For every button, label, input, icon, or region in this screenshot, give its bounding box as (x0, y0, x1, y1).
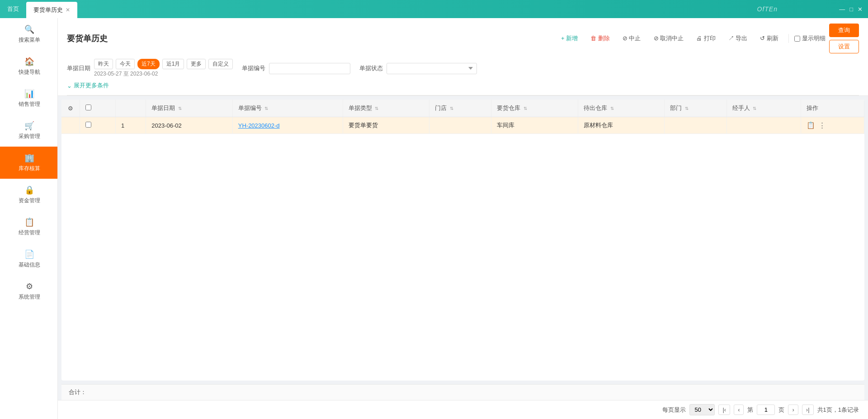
purchase-mgmt-icon: 🛒 (24, 121, 34, 131)
th-doc-no[interactable]: 单据编号 ⇅ (232, 100, 343, 117)
doc-status-select[interactable] (387, 63, 477, 74)
total-info: 共1页，1条记录 (817, 406, 859, 414)
last-page-button[interactable]: ›| (802, 405, 814, 415)
sidebar-item-sys-mgmt[interactable]: ⚙ 系统管理 (0, 275, 57, 307)
inventory-icon: 🏢 (24, 153, 34, 163)
sidebar-item-basic-info[interactable]: 📄 基础信息 (0, 243, 57, 275)
date-btn-yesterday[interactable]: 昨天 (94, 59, 113, 69)
table-header: ⚙ 单据日期 ⇅ 单据编号 ⇅ 单据类型 ⇅ (61, 100, 864, 117)
sum-label: 合计： (69, 388, 86, 396)
tab-home[interactable]: 首页 (0, 0, 26, 18)
row-store-cell (429, 117, 491, 134)
filter-action-buttons: 查询 设置 (829, 24, 859, 53)
sidebar: 🔍 搜索菜单 🏠 快捷导航 📊 销售管理 🛒 采购管理 🏢 库存核算 🔒 资金管… (0, 18, 58, 419)
setting-button[interactable]: 设置 (829, 40, 859, 53)
row-checkbox[interactable] (85, 122, 91, 128)
date-btn-7days[interactable]: 近7天 (137, 59, 160, 69)
sidebar-item-finance-mgmt[interactable]: 🔒 资金管理 (0, 179, 57, 211)
export-button[interactable]: ↗ 导出 (724, 32, 752, 45)
th-doc-date-label: 单据日期 (151, 105, 175, 111)
row-index-cell: 1 (115, 117, 146, 134)
close-icon[interactable]: ✕ (858, 6, 863, 13)
sidebar-item-quick-nav[interactable]: 🏠 快捷导航 (0, 50, 57, 82)
th-handler-label: 经手人 (732, 105, 750, 111)
page-number-input[interactable] (757, 405, 775, 415)
print-button[interactable]: 🖨 打印 (692, 32, 720, 45)
per-page-select[interactable]: 50 20 100 (689, 404, 715, 415)
date-filter-options: 昨天 今天 近7天 近1月 更多 自定义 2023-05-27 至 2023-0… (94, 59, 233, 78)
row-more-icon[interactable]: ⋮ (819, 121, 826, 129)
filter-row: 单据日期 昨天 今天 近7天 近1月 更多 自定义 2023-05-27 至 2… (67, 59, 859, 78)
date-btn-custom[interactable]: 自定义 (208, 59, 233, 69)
th-handler[interactable]: 经手人 ⇅ (726, 100, 801, 117)
date-btn-today[interactable]: 今天 (116, 59, 135, 69)
new-button[interactable]: + 新增 (557, 32, 582, 45)
th-store[interactable]: 门店 ⇅ (429, 100, 491, 117)
sidebar-item-inventory[interactable]: 🏢 库存核算 (0, 147, 57, 179)
table-footer: 合计： (61, 384, 864, 400)
show-detail-checkbox[interactable]: 显示明细 (794, 34, 826, 43)
requisition-table: ⚙ 单据日期 ⇅ 单据编号 ⇅ 单据类型 ⇅ (61, 100, 864, 134)
th-settings[interactable]: ⚙ (61, 100, 80, 117)
doc-no-input[interactable] (269, 63, 350, 74)
th-doc-no-label: 单据编号 (238, 105, 262, 111)
sidebar-item-sales-mgmt[interactable]: 📊 销售管理 (0, 82, 57, 114)
sidebar-finance-mgmt-label: 资金管理 (19, 197, 40, 205)
query-button[interactable]: 查询 (829, 24, 859, 37)
date-btn-more[interactable]: 更多 (187, 59, 206, 69)
table-area: ⚙ 单据日期 ⇅ 单据编号 ⇅ 单据类型 ⇅ (61, 100, 864, 381)
stop-button[interactable]: ⊘ 中止 (618, 32, 646, 45)
row-actions-cell: 📋 ⋮ (801, 117, 864, 134)
th-doc-date[interactable]: 单据日期 ⇅ (146, 100, 232, 117)
maximize-icon[interactable]: □ (849, 6, 853, 13)
date-filter-group: 单据日期 昨天 今天 近7天 近1月 更多 自定义 2023-05-27 至 2… (67, 59, 233, 78)
row-doc-no-cell[interactable]: YH-20230602-d (232, 117, 343, 134)
sort-pending-warehouse-icon: ⇅ (610, 106, 614, 111)
basic-info-icon: 📄 (24, 249, 34, 259)
sort-doc-date-icon: ⇅ (178, 106, 182, 111)
sidebar-sys-mgmt-label: 系统管理 (19, 293, 40, 301)
cancel-stop-button[interactable]: ⊘ 取消中止 (649, 32, 689, 45)
sort-doc-type-icon: ⇅ (375, 106, 378, 111)
sidebar-ops-mgmt-label: 经营管理 (19, 229, 40, 237)
toolbar: + 新增 🗑 删除 ⊘ 中止 ⊘ 取消中止 🖨 打印 ↗ 导出 ↺ 刷新 显示明… (557, 24, 859, 59)
sort-department-icon: ⇅ (685, 106, 689, 111)
row-edit-icon[interactable]: 📋 (807, 121, 815, 129)
quick-nav-icon: 🏠 (24, 57, 34, 67)
first-page-button[interactable]: |‹ (718, 405, 730, 415)
th-req-warehouse-label: 要货仓库 (497, 105, 520, 111)
show-detail-input[interactable] (794, 36, 800, 42)
page-header: 要货单历史 + 新增 🗑 删除 ⊘ 中止 ⊘ 取消中止 🖨 打印 ↗ 导出 ↺ … (58, 18, 868, 96)
minimize-icon[interactable]: — (839, 6, 845, 13)
sort-req-warehouse-icon: ⇅ (524, 106, 527, 111)
th-req-warehouse[interactable]: 要货仓库 ⇅ (491, 100, 578, 117)
next-page-button[interactable]: › (788, 405, 798, 415)
sort-doc-no-icon: ⇅ (264, 106, 268, 111)
th-pending-warehouse[interactable]: 待出仓库 ⇅ (578, 100, 664, 117)
sidebar-item-ops-mgmt[interactable]: 📋 经营管理 (0, 211, 57, 243)
delete-button[interactable]: 🗑 删除 (586, 32, 614, 45)
prev-page-button[interactable]: ‹ (734, 405, 744, 415)
finance-mgmt-icon: 🔒 (24, 185, 34, 195)
sidebar-item-search-menu[interactable]: 🔍 搜索菜单 (0, 18, 57, 50)
date-btn-1month[interactable]: 近1月 (162, 59, 184, 69)
expand-more-label: 展开更多条件 (74, 81, 109, 90)
tab-close-icon[interactable]: ✕ (66, 7, 70, 13)
filter-area: 单据日期 昨天 今天 近7天 近1月 更多 自定义 2023-05-27 至 2… (67, 59, 859, 95)
sidebar-sales-mgmt-label: 销售管理 (19, 100, 40, 108)
expand-more-button[interactable]: ⌄ 展开更多条件 (67, 81, 859, 90)
show-detail-label: 显示明细 (802, 34, 826, 43)
th-department[interactable]: 部门 ⇅ (665, 100, 726, 117)
sales-mgmt-icon: 📊 (24, 89, 34, 99)
refresh-button[interactable]: ↺ 刷新 (755, 32, 783, 45)
th-doc-type[interactable]: 单据类型 ⇅ (343, 100, 429, 117)
table-body: 1 2023-06-02 YH-20230602-d 要货单要货 车间库 原材料… (61, 117, 864, 134)
table-row: 1 2023-06-02 YH-20230602-d 要货单要货 车间库 原材料… (61, 117, 864, 134)
select-all-checkbox[interactable] (85, 105, 91, 110)
sidebar-item-purchase-mgmt[interactable]: 🛒 采购管理 (0, 114, 57, 147)
pagination-bar: 每页显示 50 20 100 |‹ ‹ 第 页 › ›| 共1页，1条记录 (58, 400, 868, 419)
brand-text: OfTEn (757, 5, 778, 13)
th-store-label: 门店 (435, 105, 447, 111)
tab-requisition-history[interactable]: 要货单历史 ✕ (26, 2, 77, 18)
row-doc-no-link[interactable]: YH-20230602-d (238, 122, 280, 129)
